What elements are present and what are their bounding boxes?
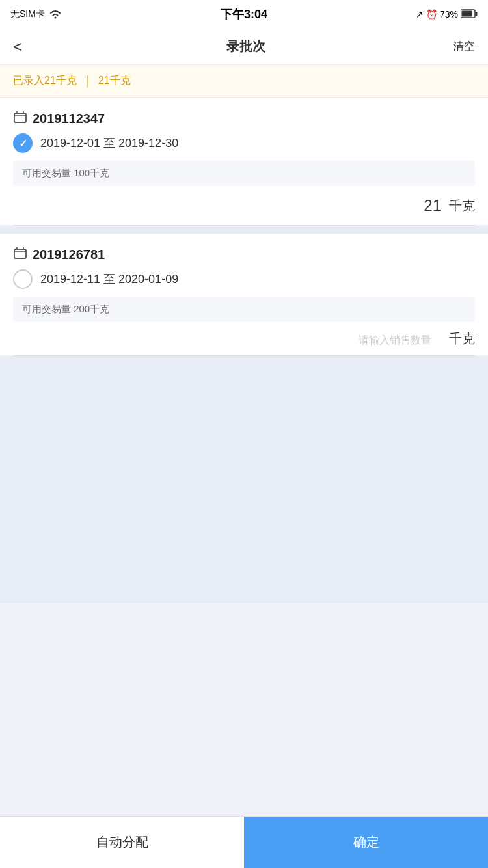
batch-id-row-2: 2019126781 [13,247,475,263]
summary-bar: 已录入21千克 21千克 [0,65,488,98]
main-content: 已录入21千克 21千克 2019112347 2019-12-01 至 201… [0,65,488,655]
available-qty-box-2: 可用交易量 200千克 [13,297,475,322]
svg-rect-2 [476,12,478,16]
total-summary: 21千克 [98,74,131,88]
empty-area [0,356,488,603]
qty-container-1: 21 [13,197,441,215]
batch-id-row-1: 2019112347 [13,111,475,127]
batch-id-text-2: 2019126781 [33,247,105,262]
batch-date-row-2: 2019-12-11 至 2020-01-09 [13,269,475,289]
battery-icon [461,9,478,20]
batch-icon-1 [13,111,27,127]
qty-value-1: 21 [424,197,441,215]
batch-checkbox-1[interactable] [13,133,33,153]
clear-button[interactable]: 清空 [453,39,475,54]
battery-percent: 73% [440,9,458,20]
batch-card-2: 2019126781 2019-12-11 至 2020-01-09 可用交易量… [0,234,488,322]
sim-text: 无SIM卡 [10,8,45,20]
page-title: 录批次 [226,38,265,55]
batch-icon-2 [13,247,27,263]
status-time: 下午3:04 [221,7,267,22]
section-bg-divider [0,226,488,234]
qty-input-2[interactable] [337,331,441,347]
available-qty-text-2: 可用交易量 200千克 [22,303,109,314]
svg-rect-3 [462,10,472,16]
confirm-button[interactable]: 确定 [244,817,488,868]
svg-rect-8 [14,249,26,258]
batch-date-text-1: 2019-12-01 至 2019-12-30 [40,135,178,151]
available-qty-box-1: 可用交易量 100千克 [13,161,475,186]
bottom-bar: 自动分配 确定 [0,816,488,868]
alarm-icon: ⏰ [426,9,437,20]
status-right: ↗ ⏰ 73% [416,9,478,20]
summary-divider [87,75,88,87]
qty-unit-1: 千克 [449,197,475,215]
svg-point-0 [54,16,56,18]
available-qty-text-1: 可用交易量 100千克 [22,167,109,178]
entered-summary: 已录入21千克 [13,74,77,88]
batch-date-text-2: 2019-12-11 至 2020-01-09 [40,271,178,287]
qty-input-row-2[interactable]: 千克 [0,322,488,355]
svg-rect-4 [14,113,26,122]
qty-input-row-1: 21 千克 [0,186,488,225]
auto-distribute-button[interactable]: 自动分配 [0,817,244,868]
nav-bar: < 录批次 清空 [0,29,488,65]
batch-checkbox-2[interactable] [13,269,33,289]
wifi-icon [49,8,62,21]
batch-card-1: 2019112347 2019-12-01 至 2019-12-30 可用交易量… [0,98,488,186]
status-left: 无SIM卡 [10,8,62,21]
batch-date-row-1: 2019-12-01 至 2019-12-30 [13,133,475,153]
qty-container-2[interactable] [13,331,441,347]
location-icon: ↗ [416,9,424,20]
back-button[interactable]: < [13,38,39,56]
batch-id-text-1: 2019112347 [33,111,105,126]
status-bar: 无SIM卡 下午3:04 ↗ ⏰ 73% [0,0,488,29]
qty-unit-2: 千克 [449,330,475,347]
